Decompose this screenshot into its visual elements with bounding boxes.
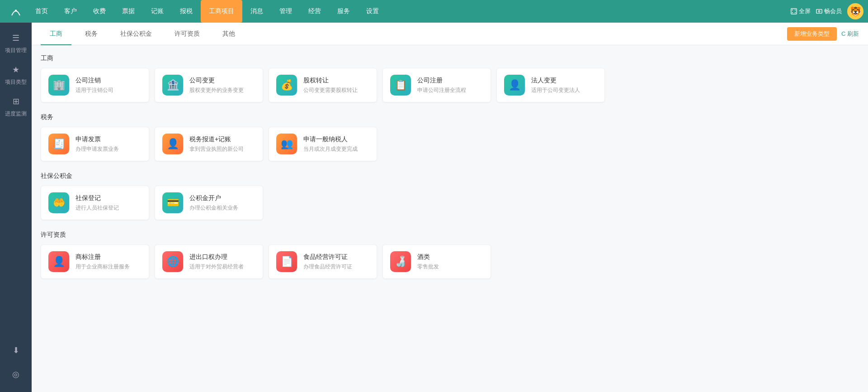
nav-item-经营[interactable]: 经营 — [300, 0, 329, 23]
card-name: 公司注册 — [417, 76, 466, 85]
card-name: 股权转让 — [303, 76, 358, 85]
nav-item-客户[interactable]: 客户 — [56, 0, 85, 23]
tab-bar: 工商税务社保公积金许可资质其他 新增业务类型 C 刷新 — [32, 23, 868, 45]
nav-item-设置[interactable]: 设置 — [358, 0, 387, 23]
card-desc: 适用于对外贸易经营者 — [189, 263, 244, 271]
card-icon: 👥 — [276, 134, 297, 154]
vip-button[interactable]: 畅会员 — [816, 7, 842, 15]
card-申请一般纳税人[interactable]: 👥 申请一般纳税人 当月或次月成变更完成 — [269, 127, 377, 161]
card-申请发票[interactable]: 🧾 申请发票 办理申请发票业务 — [41, 127, 149, 161]
card-name: 公司注销 — [75, 76, 113, 85]
card-商标注册[interactable]: 👤 商标注册 用于企业商标注册服务 — [41, 244, 149, 279]
section-title: 税务 — [41, 113, 859, 121]
cards-grid-工商: 🏢 公司注销 适用于注销公司 🏦 公司变更 股权变更外的业务变更 💰 股权转让 … — [41, 68, 859, 102]
card-公司变更[interactable]: 🏦 公司变更 股权变更外的业务变更 — [155, 68, 263, 102]
card-text: 食品经营许可证 办理食品经营许可证 — [303, 253, 352, 271]
add-type-button[interactable]: 新增业务类型 — [787, 27, 837, 41]
sidebar-label-0: 项目管理 — [5, 47, 27, 54]
card-icon: 💳 — [162, 192, 183, 213]
nav-item-服务[interactable]: 服务 — [329, 0, 358, 23]
fullscreen-label: 全屏 — [799, 7, 811, 15]
card-text: 进出口权办理 适用于对外贸易经营者 — [189, 253, 244, 271]
sidebar-item-0[interactable]: ☰项目管理 — [3, 27, 29, 59]
card-name: 申请一般纳税人 — [303, 135, 358, 143]
section-工商: 工商 🏢 公司注销 适用于注销公司 🏦 公司变更 股权变更外的业务变更 💰 股权… — [41, 54, 859, 102]
main-content: 工商税务社保公积金许可资质其他 新增业务类型 C 刷新 工商 🏢 公司注销 适用… — [32, 23, 868, 392]
card-desc: 公司变更需要股权转让 — [303, 86, 358, 94]
sidebar-bottom-icon-1: ◎ — [9, 368, 22, 381]
card-公司注册[interactable]: 📋 公司注册 申请公司注册全流程 — [382, 68, 491, 102]
nav-item-工商项目[interactable]: 工商项目 — [201, 0, 242, 23]
card-desc: 股权变更外的业务变更 — [189, 86, 244, 94]
logo — [5, 5, 27, 18]
card-name: 社保登记 — [75, 194, 119, 202]
card-icon: 🍶 — [390, 251, 411, 272]
card-desc: 零售批发 — [417, 263, 439, 271]
card-desc: 用于企业商标注册服务 — [75, 263, 130, 271]
nav-item-首页[interactable]: 首页 — [27, 0, 56, 23]
nav-right: 全屏 畅会员 🐯 — [791, 3, 863, 19]
nav-item-管理[interactable]: 管理 — [271, 0, 300, 23]
card-desc: 进行人员社保登记 — [75, 204, 119, 212]
sidebar-bottom-icon-0: ⬇ — [9, 344, 22, 357]
card-食品经营许可证[interactable]: 📄 食品经营许可证 办理食品经营许可证 — [269, 244, 377, 279]
card-text: 税务报道+记账 拿到营业执照的新公司 — [189, 135, 244, 153]
card-公积金开户[interactable]: 💳 公积金开户 办理公积金相关业务 — [155, 186, 263, 220]
svg-point-0 — [15, 10, 17, 12]
card-进出口权办理[interactable]: 🌐 进出口权办理 适用于对外贸易经营者 — [155, 244, 263, 279]
card-icon: 👤 — [162, 134, 183, 154]
card-icon: 👤 — [48, 251, 69, 272]
card-icon: 👤 — [504, 75, 525, 96]
svg-rect-2 — [816, 10, 822, 14]
sidebar-bottom-item-1[interactable]: ◎ — [0, 363, 32, 385]
refresh-button[interactable]: C 刷新 — [841, 30, 859, 38]
sidebar-item-1[interactable]: ★项目类型 — [3, 59, 29, 91]
section-title: 许可资质 — [41, 231, 859, 239]
tab-actions: 新增业务类型 C 刷新 — [787, 27, 859, 41]
sidebar-bottom-item-0[interactable]: ⬇ — [0, 339, 32, 361]
card-酒类[interactable]: 🍶 酒类 零售批发 — [382, 244, 491, 279]
card-name: 公司变更 — [189, 76, 244, 85]
card-desc: 拿到营业执照的新公司 — [189, 145, 244, 153]
cards-grid-税务: 🧾 申请发票 办理申请发票业务 👤 税务报道+记账 拿到营业执照的新公司 👥 申… — [41, 127, 859, 161]
card-text: 公司注销 适用于注销公司 — [75, 76, 113, 94]
sidebar-bottom: ⬇◎ — [0, 339, 32, 392]
sidebar-icon-2: ⊞ — [9, 95, 22, 108]
svg-point-3 — [818, 10, 820, 12]
card-name: 法人变更 — [531, 76, 580, 85]
tab-其他[interactable]: 其他 — [213, 23, 244, 45]
nav-item-消息[interactable]: 消息 — [242, 0, 271, 23]
card-icon: 📋 — [390, 75, 411, 96]
fullscreen-button[interactable]: 全屏 — [791, 7, 811, 15]
card-公司注销[interactable]: 🏢 公司注销 适用于注销公司 — [41, 68, 149, 102]
card-desc: 办理公积金相关业务 — [189, 204, 238, 212]
sidebar-item-2[interactable]: ⊞进度监测 — [3, 91, 29, 122]
nav-item-记账[interactable]: 记账 — [143, 0, 172, 23]
card-name: 税务报道+记账 — [189, 135, 244, 143]
tab-许可资质[interactable]: 许可资质 — [165, 23, 209, 45]
tab-工商[interactable]: 工商 — [41, 23, 71, 45]
card-text: 公司注册 申请公司注册全流程 — [417, 76, 466, 94]
card-税务报道+记账[interactable]: 👤 税务报道+记账 拿到营业执照的新公司 — [155, 127, 263, 161]
nav-item-报税[interactable]: 报税 — [172, 0, 201, 23]
card-icon: 🤲 — [48, 192, 69, 213]
tab-税务[interactable]: 税务 — [76, 23, 107, 45]
card-法人变更[interactable]: 👤 法人变更 适用于公司变更法人 — [496, 68, 605, 102]
mascot-avatar: 🐯 — [847, 3, 863, 19]
card-text: 商标注册 用于企业商标注册服务 — [75, 253, 130, 271]
nav-item-票据[interactable]: 票据 — [114, 0, 143, 23]
tab-社保公积金[interactable]: 社保公积金 — [111, 23, 161, 45]
card-text: 社保登记 进行人员社保登记 — [75, 194, 119, 212]
card-name: 进出口权办理 — [189, 253, 244, 261]
card-desc: 适用于公司变更法人 — [531, 86, 580, 94]
card-text: 法人变更 适用于公司变更法人 — [531, 76, 580, 94]
card-desc: 办理申请发票业务 — [75, 145, 119, 153]
card-desc: 当月或次月成变更完成 — [303, 145, 358, 153]
nav-item-收费[interactable]: 收费 — [85, 0, 114, 23]
card-name: 酒类 — [417, 253, 439, 261]
card-社保登记[interactable]: 🤲 社保登记 进行人员社保登记 — [41, 186, 149, 220]
card-name: 公积金开户 — [189, 194, 238, 202]
card-icon: 🏢 — [48, 75, 69, 96]
card-股权转让[interactable]: 💰 股权转让 公司变更需要股权转让 — [269, 68, 377, 102]
top-navigation: 首页客户收费票据记账报税工商项目消息管理经营服务设置 全屏 畅会员 🐯 — [0, 0, 868, 23]
